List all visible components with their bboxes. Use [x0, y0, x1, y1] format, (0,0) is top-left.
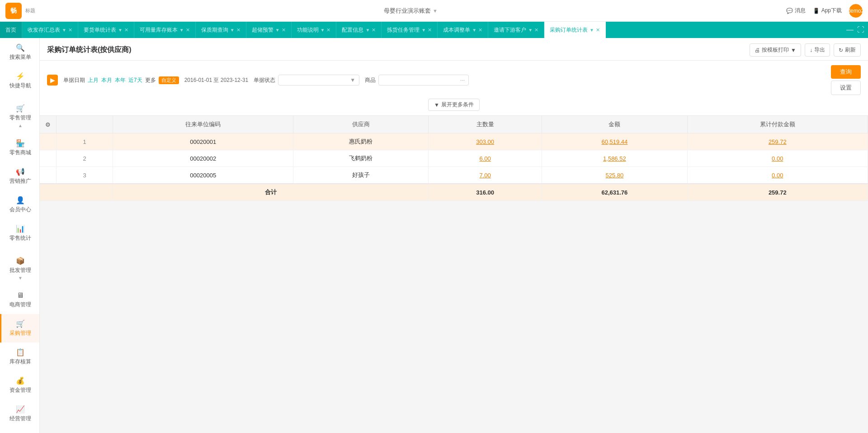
- page-header: 采购订单统计表(按供应商) 🖨 按模板打印 ▼ ↓ 导出 ↻ 刷新: [40, 38, 868, 61]
- sidebar-item-inventory[interactable]: 📋 库存核算: [0, 343, 39, 371]
- date-range-display: 2016-01-01 至 2023-12-31: [184, 76, 248, 84]
- tab-purchase-summary[interactable]: 采购订单统计表 ▼ ✕: [544, 22, 606, 38]
- sidebar-item-ecommerce[interactable]: 🖥 电商管理: [0, 286, 39, 314]
- status-select[interactable]: ▼: [278, 75, 359, 86]
- row-supplier-name: 飞鹤奶粉: [293, 150, 429, 167]
- tab-overstock[interactable]: 超储预警 ▼ ✕: [246, 22, 292, 38]
- message-button[interactable]: 💬 消息: [786, 7, 806, 14]
- tab-close-icon[interactable]: ✕: [68, 27, 72, 33]
- goods-label: 商品: [365, 76, 376, 84]
- tab-cost-adjust[interactable]: 成本调整单 ▼ ✕: [438, 22, 488, 38]
- sidebar-item-member[interactable]: 👤 会员中心: [0, 190, 39, 219]
- refresh-button[interactable]: ↻ 刷新: [834, 43, 861, 57]
- avatar[interactable]: demo2: [849, 4, 863, 18]
- tab-close-icon[interactable]: ✕: [282, 27, 286, 33]
- row-amount[interactable]: 525.80: [542, 167, 687, 184]
- tab-goods-summary[interactable]: 要货单统计表 ▼ ✕: [78, 22, 134, 38]
- logo-icon: 畅: [5, 3, 22, 19]
- settings-button[interactable]: 设置: [831, 81, 861, 95]
- col-settings[interactable]: ⚙: [40, 116, 57, 133]
- tab-close-icon[interactable]: ✕: [596, 27, 600, 33]
- footer-paid-amount: 259.72: [687, 184, 868, 201]
- refresh-icon: ↻: [839, 47, 843, 53]
- sidebar-item-shortcut[interactable]: ⚡ 快捷导航: [0, 67, 39, 95]
- last-7days-btn[interactable]: 近7天: [128, 76, 142, 84]
- this-year-btn[interactable]: 本年: [115, 76, 126, 84]
- tab-home[interactable]: 首页: [0, 22, 22, 38]
- window-minimize-button[interactable]: —: [846, 26, 854, 34]
- tab-function-desc[interactable]: 功能说明 ▼ ✕: [292, 22, 337, 38]
- sidebar-item-wholesale[interactable]: 📦 批发管理 ▼: [0, 251, 39, 286]
- this-month-btn[interactable]: 本月: [101, 76, 112, 84]
- row-supplier-name: 惠氏奶粉: [293, 133, 429, 150]
- export-icon: ↓: [810, 47, 812, 53]
- col-supplier-name: 供应商: [293, 116, 429, 133]
- tab-pick-task[interactable]: 拣货任务管理 ▼ ✕: [382, 22, 438, 38]
- expand-filter-button[interactable]: ▼ 展开更多条件: [428, 99, 480, 111]
- print-button[interactable]: 🖨 按模板打印 ▼: [750, 43, 801, 57]
- table-row: 2 00020002 飞鹤奶粉 6.00 1,586.52 0.00: [40, 150, 868, 167]
- tab-invite-customer[interactable]: 邀请下游客户 ▼ ✕: [488, 22, 544, 38]
- query-button[interactable]: 查询: [831, 65, 861, 79]
- tab-available-stock[interactable]: 可用量库存账本 ▼ ✕: [134, 22, 196, 38]
- logo-text: 标题: [25, 7, 35, 14]
- tab-close-icon[interactable]: ✕: [186, 27, 190, 33]
- workspace-arrow-icon: ▼: [433, 8, 438, 14]
- filter-row-1: ▶ 单据日期 上月 本月 本年 近7天 更多 自定义 2016-0: [47, 65, 861, 95]
- sidebar-item-retail-store[interactable]: 🏪 零售商城: [0, 133, 39, 162]
- row-amount[interactable]: 1,586.52: [542, 150, 687, 167]
- tab-config-info[interactable]: 配置信息 ▼ ✕: [336, 22, 382, 38]
- footer-label: 合计: [113, 184, 429, 201]
- table-header-row: ⚙ 往来单位编码 供应商 主数量 金额 累计付款金额: [40, 116, 868, 133]
- tab-receive-summary[interactable]: 收发存汇总表 ▼ ✕: [22, 22, 78, 38]
- tab-close-icon[interactable]: ✕: [124, 27, 128, 33]
- sidebar-item-operations[interactable]: 📈 经营管理: [0, 400, 39, 428]
- table-row: 1 00020001 惠氏奶粉 303.00 60,519.44 259.72: [40, 133, 868, 150]
- row-main-qty[interactable]: 7.00: [429, 167, 542, 184]
- col-amount: 金额: [542, 116, 687, 133]
- page-actions: 🖨 按模板打印 ▼ ↓ 导出 ↻ 刷新: [750, 43, 861, 57]
- app-download-button[interactable]: 📱 App下载: [813, 7, 842, 14]
- more-dates-btn[interactable]: 更多: [145, 76, 156, 84]
- tab-close-icon[interactable]: ✕: [428, 27, 432, 33]
- tab-close-icon[interactable]: ✕: [372, 27, 376, 33]
- filter-toggle-button[interactable]: ▶: [47, 75, 58, 86]
- nav-window-actions: — ⛶: [843, 26, 868, 34]
- row-settings: [40, 133, 57, 150]
- sidebar-item-marketing[interactable]: 📢 营销推广: [0, 162, 39, 190]
- expand-icon: ▼: [434, 102, 439, 108]
- row-paid-amount[interactable]: 0.00: [687, 150, 868, 167]
- tab-close-icon[interactable]: ✕: [326, 27, 330, 33]
- tab-close-icon[interactable]: ✕: [534, 27, 538, 33]
- sidebar-item-search[interactable]: 🔍 搜索菜单: [0, 38, 39, 67]
- tab-dropdown-icon: ▼: [421, 28, 426, 33]
- sidebar-item-finance[interactable]: 💰 资金管理: [0, 371, 39, 400]
- workspace-selector[interactable]: 母婴行业演示账套 ▼: [384, 7, 438, 15]
- window-maximize-button[interactable]: ⛶: [857, 26, 864, 34]
- row-paid-amount[interactable]: 259.72: [687, 133, 868, 150]
- date-range-text: 2016-01-01 至 2023-12-31: [184, 76, 248, 84]
- custom-date-badge[interactable]: 自定义: [159, 76, 179, 84]
- tab-dropdown-icon: ▼: [118, 28, 123, 33]
- tab-close-icon[interactable]: ✕: [478, 27, 482, 33]
- row-supplier-code: 00020001: [113, 133, 293, 150]
- col-supplier-code: 往来单位编码: [113, 116, 293, 133]
- row-paid-amount[interactable]: 0.00: [687, 167, 868, 184]
- tab-close-icon[interactable]: ✕: [236, 27, 241, 33]
- status-dropdown-icon: ▼: [350, 77, 355, 83]
- workspace-name[interactable]: 母婴行业演示账套 ▼: [384, 7, 438, 15]
- footer-main-qty: 316.00: [429, 184, 542, 201]
- goods-input[interactable]: ···: [378, 75, 469, 86]
- sidebar-item-purchase[interactable]: 🛒 采购管理: [0, 314, 39, 343]
- row-main-qty[interactable]: 303.00: [429, 133, 542, 150]
- operations-icon: 📈: [16, 405, 25, 414]
- row-main-qty[interactable]: 6.00: [429, 150, 542, 167]
- sidebar-item-retail[interactable]: 🛒 零售管理 ▲: [0, 99, 39, 133]
- member-icon: 👤: [16, 196, 25, 205]
- sidebar-item-retail-stats[interactable]: 📊 零售统计: [0, 219, 39, 247]
- row-supplier-code: 00020005: [113, 167, 293, 184]
- row-amount[interactable]: 60,519.44: [542, 133, 687, 150]
- export-button[interactable]: ↓ 导出: [805, 43, 830, 57]
- last-month-btn[interactable]: 上月: [88, 76, 99, 84]
- tab-warranty[interactable]: 保质期查询 ▼ ✕: [196, 22, 246, 38]
